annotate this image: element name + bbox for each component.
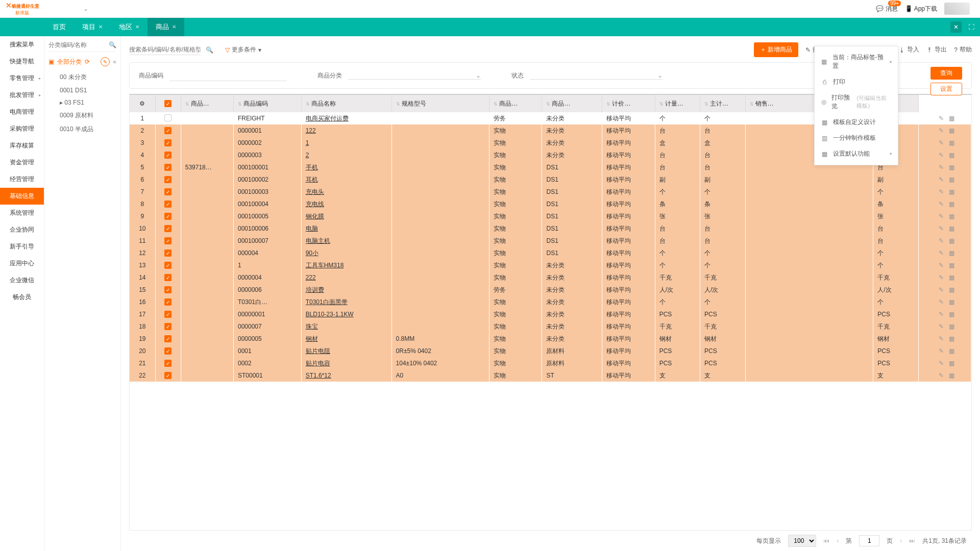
fullscreen-icon[interactable]: ⛶ (966, 21, 977, 33)
column-header[interactable]: ⇅商品名称 (301, 95, 391, 112)
table-row[interactable]: 17✓00000001BLD10-23-1.1KW实物未分类移动平均PCSPCS… (130, 308, 971, 320)
edit-icon[interactable]: ✎ (939, 164, 944, 171)
table-row[interactable]: 6✓000100002耳机实物DS1移动平均副副副✎▦ (130, 173, 971, 186)
tree-node[interactable]: ▸ 03 FS1 (48, 96, 116, 109)
edit-tree-icon[interactable]: ✎ (101, 57, 110, 66)
more-icon[interactable]: ▦ (949, 347, 954, 355)
edit-icon[interactable]: ✎ (939, 360, 944, 367)
close-all-icon[interactable]: ✕ (950, 21, 962, 33)
edit-icon[interactable]: ✎ (939, 139, 944, 146)
sidenav-item[interactable]: 快捷导航 (0, 53, 44, 70)
gear-column[interactable]: ⚙ (130, 95, 155, 112)
edit-icon[interactable]: ✎ (939, 372, 944, 379)
edit-icon[interactable]: ✎ (939, 225, 944, 232)
next-page-button[interactable]: › (900, 537, 902, 544)
tab-地区[interactable]: 地区✕ (111, 18, 148, 36)
dropdown-item[interactable]: ▥一分钟制作模板 (815, 130, 898, 146)
table-row[interactable]: 12✓00000490小实物DS1移动平均个个个✎▦ (130, 247, 971, 259)
import-button[interactable]: ⭳导入 (899, 45, 919, 54)
sidenav-item[interactable]: 企业协同 (0, 221, 44, 238)
tree-search-input[interactable] (48, 41, 109, 48)
dropdown-item[interactable]: ⎙打印 (815, 74, 898, 90)
more-icon[interactable]: ▦ (949, 176, 954, 183)
per-page-select[interactable]: 100 (788, 535, 816, 547)
sidenav-item[interactable]: 畅会员 (0, 289, 44, 306)
edit-icon[interactable]: ✎ (939, 335, 944, 342)
table-row[interactable]: 21✓0002贴片电容104±10% 0402实物原材料移动平均PCSPCSPC… (130, 357, 971, 369)
edit-icon[interactable]: ✎ (939, 176, 944, 183)
more-icon[interactable]: ▦ (949, 298, 954, 306)
edit-icon[interactable]: ✎ (939, 311, 944, 318)
more-icon[interactable]: ▦ (949, 225, 954, 232)
edit-icon[interactable]: ✎ (939, 262, 944, 269)
tab-商品[interactable]: 商品✕ (148, 18, 184, 36)
column-header[interactable]: ⇅商品编码 (233, 95, 301, 112)
search-input[interactable] (129, 44, 201, 55)
edit-icon[interactable]: ✎ (939, 152, 944, 159)
edit-icon[interactable]: ✎ (939, 298, 944, 306)
first-page-button[interactable]: ⏮ (823, 537, 829, 544)
filter-status-select[interactable]: ⌄ (530, 72, 663, 80)
table-row[interactable]: 20✓0001贴片电阻0R±5% 0402实物原材料移动平均PCSPCSPCS✎… (130, 345, 971, 357)
close-icon[interactable]: ✕ (172, 18, 176, 36)
settings-button[interactable]: 设置 (930, 83, 962, 95)
sidenav-item[interactable]: 系统管理 (0, 205, 44, 221)
edit-icon[interactable]: ✎ (939, 323, 944, 330)
more-icon[interactable]: ▦ (949, 311, 954, 318)
column-header[interactable]: ⇅计量… (655, 95, 700, 112)
more-icon[interactable]: ▦ (949, 164, 954, 171)
edit-icon[interactable]: ✎ (939, 274, 944, 281)
tree-all-label[interactable]: 全部分类 (57, 58, 82, 66)
more-icon[interactable]: ▦ (949, 201, 954, 208)
more-icon[interactable]: ▦ (949, 127, 954, 134)
sidenav-item[interactable]: 库存核算 (0, 137, 44, 154)
more-icon[interactable]: ▦ (949, 335, 954, 342)
edit-icon[interactable]: ✎ (939, 347, 944, 355)
refresh-icon[interactable]: ⟳ (85, 58, 90, 65)
dd-current-template[interactable]: ▦ 当前：商品标签-预置 ▾ (815, 49, 898, 74)
sidenav-item[interactable]: 搜索菜单 (0, 36, 44, 53)
export-button[interactable]: ⭱导出 (926, 45, 947, 54)
column-header[interactable]: ⇅商品… (542, 95, 602, 112)
more-icon[interactable]: ▦ (949, 115, 954, 122)
query-button[interactable]: 查询 (930, 67, 962, 80)
sidenav-item[interactable]: 基础信息 (0, 188, 44, 205)
more-icon[interactable]: ▦ (949, 249, 954, 257)
table-row[interactable]: 22✓ST00001ST1.6*12A0实物ST移动平均支支支✎▦ (130, 369, 971, 382)
sidenav-item[interactable]: 新手引导 (0, 238, 44, 255)
edit-icon[interactable]: ✎ (939, 249, 944, 257)
dropdown-item[interactable]: ▦设置默认功能▾ (815, 146, 898, 162)
more-icon[interactable]: ▦ (949, 152, 954, 159)
prev-page-button[interactable]: ‹ (837, 537, 839, 544)
add-product-button[interactable]: ＋ 新增商品 (754, 42, 798, 57)
more-icon[interactable]: ▦ (949, 372, 954, 379)
more-icon[interactable]: ▦ (949, 262, 954, 269)
table-row[interactable]: 9✓000100005钢化膜实物DS1移动平均张张张✎▦ (130, 210, 971, 222)
more-icon[interactable]: ▦ (949, 139, 954, 146)
messages-button[interactable]: 💬 消息 99+ (876, 5, 898, 13)
edit-icon[interactable]: ✎ (939, 115, 944, 122)
select-all[interactable]: ✓ (155, 95, 181, 112)
close-icon[interactable]: ✕ (99, 18, 103, 36)
sidenav-item[interactable]: 零售管理▸ (0, 70, 44, 87)
collapse-tree-icon[interactable]: « (113, 58, 116, 65)
company-selector[interactable]: ⌄ (55, 5, 88, 13)
table-row[interactable]: 18✓0000007珠宝实物未分类移动平均千克千克千克✎▦ (130, 320, 971, 333)
sidenav-item[interactable]: 资金管理 (0, 154, 44, 171)
filter-code-input[interactable] (169, 70, 287, 81)
edit-icon[interactable]: ✎ (939, 127, 944, 134)
sidenav-item[interactable]: 经营管理 (0, 171, 44, 188)
sidenav-item[interactable]: 应用中心 (0, 255, 44, 272)
edit-icon[interactable]: ✎ (939, 237, 944, 244)
sidenav-item[interactable]: 批发管理▸ (0, 87, 44, 104)
edit-icon[interactable]: ✎ (939, 286, 944, 293)
page-input[interactable] (859, 535, 879, 546)
column-header[interactable]: ⇅商品… (181, 95, 233, 112)
avatar[interactable] (944, 3, 970, 15)
tab-项目[interactable]: 项目✕ (74, 18, 111, 36)
column-header[interactable]: ⇅计价… (602, 95, 655, 112)
tab-首页[interactable]: 首页 (44, 18, 74, 36)
more-icon[interactable]: ▦ (949, 237, 954, 244)
tree-node[interactable]: 0010 半成品 (48, 122, 116, 136)
table-row[interactable]: 13✓1工具车HM318实物未分类移动平均个个个✎▦ (130, 259, 971, 271)
